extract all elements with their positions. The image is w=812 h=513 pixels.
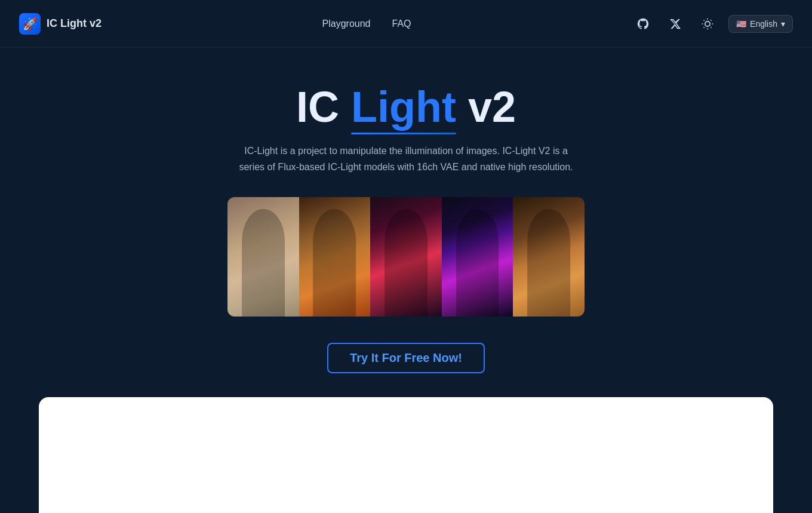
nav-logo[interactable]: 🚀 IC Light v2 [19, 13, 102, 35]
logo-label: IC Light v2 [47, 17, 102, 30]
nav-link-playground[interactable]: Playground [322, 19, 371, 29]
lang-label: English [750, 19, 777, 29]
github-button[interactable] [632, 13, 654, 35]
chevron-down-icon: ▾ [781, 19, 785, 29]
svg-line-8 [710, 20, 711, 20]
language-selector[interactable]: 🇺🇸 English ▾ [728, 15, 793, 33]
hero-title: IC Light v2 [296, 84, 516, 131]
playground-card [39, 397, 773, 513]
theme-toggle-button[interactable] [696, 13, 719, 35]
hero-title-prefix: IC [296, 83, 351, 131]
x-button[interactable] [664, 13, 687, 35]
svg-line-7 [704, 27, 705, 27]
hero-image-1 [227, 197, 299, 317]
hero-image-4 [442, 197, 513, 317]
svg-point-0 [705, 21, 710, 26]
svg-line-3 [704, 20, 705, 20]
nav-right: 🇺🇸 English ▾ [632, 13, 793, 35]
sun-icon [702, 18, 713, 30]
cta-button[interactable]: Try It For Free Now! [327, 343, 485, 373]
x-twitter-icon [669, 18, 681, 30]
lang-flag: 🇺🇸 [736, 19, 746, 29]
hero-image-strip [227, 197, 585, 317]
hero-description: IC-Light is a project to manipulate the … [233, 143, 579, 175]
hero-section: IC Light v2 IC-Light is a project to man… [0, 48, 812, 513]
navbar: 🚀 IC Light v2 Playground FAQ [0, 0, 812, 48]
nav-link-faq[interactable]: FAQ [392, 19, 411, 29]
github-icon [636, 17, 650, 30]
hero-image-3 [370, 197, 442, 317]
nav-center: Playground FAQ [322, 19, 411, 29]
hero-title-highlight: Light [351, 84, 456, 131]
hero-image-5 [513, 197, 585, 317]
svg-line-4 [710, 27, 711, 27]
logo-icon: 🚀 [19, 13, 41, 35]
hero-image-2 [299, 197, 371, 317]
hero-title-suffix: v2 [456, 83, 516, 131]
